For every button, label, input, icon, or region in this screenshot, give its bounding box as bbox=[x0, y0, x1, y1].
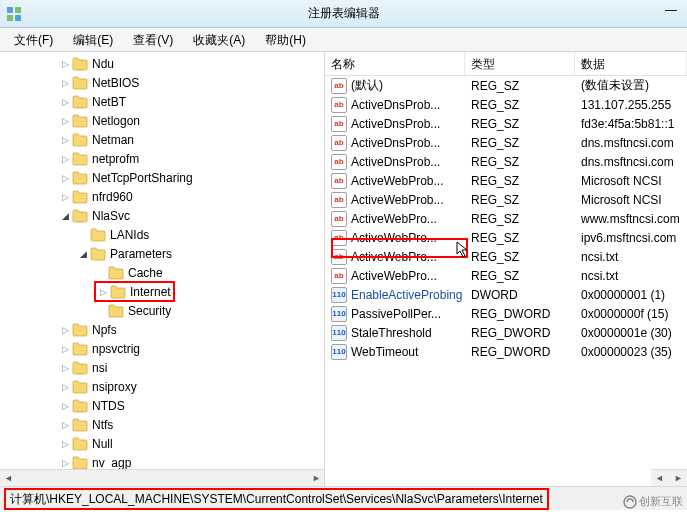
scroll-left-icon[interactable]: ◄ bbox=[0, 470, 17, 487]
expand-icon[interactable]: ▷ bbox=[58, 190, 72, 204]
tree-pane: ▷Ndu▷NetBIOS▷NetBT▷Netlogon▷Netman▷netpr… bbox=[0, 52, 325, 486]
list-row[interactable]: abActiveWebPro...REG_SZwww.msftncsi.com bbox=[325, 209, 687, 228]
expand-icon[interactable]: ▷ bbox=[58, 114, 72, 128]
list-row[interactable]: abActiveDnsProb...REG_SZ131.107.255.255 bbox=[325, 95, 687, 114]
menu-favorites[interactable]: 收藏夹(A) bbox=[183, 28, 255, 52]
expand-icon[interactable]: ▷ bbox=[58, 152, 72, 166]
string-value-icon: ab bbox=[331, 192, 347, 208]
expand-icon[interactable]: ▷ bbox=[58, 437, 72, 451]
value-type: REG_SZ bbox=[465, 212, 575, 226]
menu-edit[interactable]: 编辑(E) bbox=[63, 28, 123, 52]
scroll-right-icon[interactable]: ► bbox=[670, 470, 687, 487]
tree-item[interactable]: ▷Null bbox=[4, 434, 324, 453]
value-name: ActiveWebPro... bbox=[351, 269, 437, 283]
tree-item[interactable]: ▷nfrd960 bbox=[4, 187, 324, 206]
tree-item[interactable]: ◢NlaSvc bbox=[4, 206, 324, 225]
collapse-icon[interactable]: ◢ bbox=[76, 247, 90, 261]
svg-rect-3 bbox=[15, 15, 21, 21]
list-row[interactable]: abActiveWebPro...REG_SZipv6.msftncsi.com bbox=[325, 228, 687, 247]
tree-item[interactable]: ▷Netman bbox=[4, 130, 324, 149]
value-name: ActiveDnsProb... bbox=[351, 136, 440, 150]
expand-icon[interactable]: ▷ bbox=[58, 342, 72, 356]
registry-tree[interactable]: ▷Ndu▷NetBIOS▷NetBT▷Netlogon▷Netman▷netpr… bbox=[0, 52, 324, 486]
tree-item[interactable]: ▷NetBIOS bbox=[4, 73, 324, 92]
svg-point-4 bbox=[624, 496, 636, 508]
tree-label: Ntfs bbox=[92, 418, 113, 432]
tree-item[interactable]: ▷nsiproxy bbox=[4, 377, 324, 396]
collapse-icon[interactable]: ◢ bbox=[58, 209, 72, 223]
value-data: dns.msftncsi.com bbox=[575, 155, 687, 169]
expand-icon[interactable]: ▷ bbox=[58, 76, 72, 90]
menu-file[interactable]: 文件(F) bbox=[4, 28, 63, 52]
tree-item[interactable]: ▷Npfs bbox=[4, 320, 324, 339]
tree-item[interactable]: ▷Ntfs bbox=[4, 415, 324, 434]
expand-icon[interactable]: ▷ bbox=[58, 95, 72, 109]
tree-item[interactable]: ▷Ndu bbox=[4, 54, 324, 73]
menubar: 文件(F) 编辑(E) 查看(V) 收藏夹(A) 帮助(H) bbox=[0, 28, 687, 52]
tree-item[interactable]: Security bbox=[4, 301, 324, 320]
expand-icon[interactable]: ▷ bbox=[58, 380, 72, 394]
list-row[interactable]: abActiveDnsProb...REG_SZfd3e:4f5a:5b81::… bbox=[325, 114, 687, 133]
folder-icon bbox=[72, 152, 88, 166]
tree-label: Parameters bbox=[110, 247, 172, 261]
tree-item[interactable]: LANIds bbox=[4, 225, 324, 244]
expand-icon[interactable]: ▷ bbox=[58, 361, 72, 375]
tree-item[interactable]: Cache bbox=[4, 263, 324, 282]
column-name[interactable]: 名称 bbox=[325, 52, 465, 75]
scroll-right-icon[interactable]: ► bbox=[308, 470, 325, 487]
list-row[interactable]: abActiveDnsProb...REG_SZdns.msftncsi.com bbox=[325, 152, 687, 171]
expand-icon[interactable]: ▷ bbox=[58, 399, 72, 413]
list-row[interactable]: 110PassivePollPer...REG_DWORD0x0000000f … bbox=[325, 304, 687, 323]
tree-label: NetTcpPortSharing bbox=[92, 171, 193, 185]
expand-icon[interactable]: ▷ bbox=[58, 323, 72, 337]
minimize-button[interactable]: — bbox=[657, 0, 685, 20]
expand-icon[interactable]: ▷ bbox=[58, 418, 72, 432]
list-row[interactable]: abActiveWebPro...REG_SZncsi.txt bbox=[325, 247, 687, 266]
list-hscrollbar[interactable]: ◄ ► bbox=[651, 469, 687, 486]
scroll-left-icon[interactable]: ◄ bbox=[651, 470, 668, 487]
tree-item[interactable]: ▷netprofm bbox=[4, 149, 324, 168]
tree-item[interactable]: ▷npsvctrig bbox=[4, 339, 324, 358]
list-row[interactable]: abActiveWebPro...REG_SZncsi.txt bbox=[325, 266, 687, 285]
tree-label: Npfs bbox=[92, 323, 117, 337]
tree-item[interactable]: ▷NetTcpPortSharing bbox=[4, 168, 324, 187]
window-controls: — bbox=[657, 0, 685, 20]
tree-item[interactable]: ▷NetBT bbox=[4, 92, 324, 111]
list-row[interactable]: abActiveDnsProb...REG_SZdns.msftncsi.com bbox=[325, 133, 687, 152]
value-name: PassivePollPer... bbox=[351, 307, 441, 321]
tree-item[interactable]: ◢Parameters bbox=[4, 244, 324, 263]
tree-hscrollbar[interactable]: ◄ ► bbox=[0, 469, 325, 486]
expand-icon[interactable]: ▷ bbox=[58, 133, 72, 147]
list-row[interactable]: 110EnableActiveProbing DWORD0x00000001 (… bbox=[325, 285, 687, 304]
expand-icon[interactable]: ▷ bbox=[58, 57, 72, 71]
tree-label: Netlogon bbox=[92, 114, 140, 128]
expand-icon[interactable]: ▷ bbox=[58, 171, 72, 185]
value-type: REG_DWORD bbox=[465, 326, 575, 340]
list-row[interactable]: 110StaleThresholdREG_DWORD0x0000001e (30… bbox=[325, 323, 687, 342]
column-data[interactable]: 数据 bbox=[575, 52, 687, 75]
expand-icon[interactable]: ▷ bbox=[96, 285, 110, 299]
tree-item[interactable]: ▷Internet bbox=[4, 282, 324, 301]
list-body[interactable]: ab(默认)REG_SZ(数值未设置)abActiveDnsProb...REG… bbox=[325, 76, 687, 361]
folder-icon bbox=[72, 456, 88, 470]
menu-help[interactable]: 帮助(H) bbox=[255, 28, 316, 52]
column-type[interactable]: 类型 bbox=[465, 52, 575, 75]
tree-item[interactable]: ▷Netlogon bbox=[4, 111, 324, 130]
expand-icon[interactable]: ▷ bbox=[58, 456, 72, 470]
tree-item[interactable]: ▷nsi bbox=[4, 358, 324, 377]
menu-view[interactable]: 查看(V) bbox=[123, 28, 183, 52]
list-row[interactable]: 110WebTimeoutREG_DWORD0x00000023 (35) bbox=[325, 342, 687, 361]
value-type: REG_SZ bbox=[465, 136, 575, 150]
folder-icon bbox=[72, 171, 88, 185]
folder-icon bbox=[72, 95, 88, 109]
tree-item[interactable]: ▷NTDS bbox=[4, 396, 324, 415]
folder-icon bbox=[72, 342, 88, 356]
string-value-icon: ab bbox=[331, 116, 347, 132]
tree-label: NlaSvc bbox=[92, 209, 130, 223]
list-row[interactable]: ab(默认)REG_SZ(数值未设置) bbox=[325, 76, 687, 95]
list-row[interactable]: abActiveWebProb...REG_SZMicrosoft NCSI bbox=[325, 190, 687, 209]
list-row[interactable]: abActiveWebProb...REG_SZMicrosoft NCSI bbox=[325, 171, 687, 190]
value-name: ActiveDnsProb... bbox=[351, 117, 440, 131]
value-data: 0x00000023 (35) bbox=[575, 345, 687, 359]
value-name: ActiveDnsProb... bbox=[351, 155, 440, 169]
